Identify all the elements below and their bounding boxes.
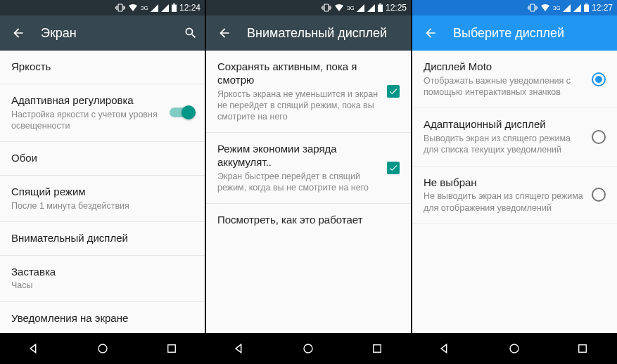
svg-point-26: [304, 344, 312, 353]
svg-rect-22: [584, 5, 589, 13]
status-time: 12:27: [592, 3, 613, 13]
svg-point-24: [98, 344, 107, 353]
status-time: 12:25: [386, 3, 407, 13]
row-label: Уведомления на экране: [11, 312, 188, 325]
svg-rect-14: [378, 5, 383, 13]
search-button[interactable]: [182, 25, 199, 41]
row-brightness[interactable]: Яркость: [0, 51, 205, 84]
adaptive-display-radio[interactable]: [592, 130, 606, 144]
row-adaptive-brightness[interactable]: Адаптивная регулировка Настройка яркости…: [0, 84, 205, 142]
back-button[interactable]: [10, 25, 27, 41]
attentive-list: Сохранять активным, пока я смотрю Яркост…: [206, 51, 411, 333]
row-moto-display[interactable]: Дисплей Moto Отображать важные уведомлен…: [412, 51, 617, 108]
svg-rect-15: [379, 4, 381, 5]
row-label: Дисплей Moto: [424, 60, 583, 74]
row-none-selected[interactable]: Не выбран Не выводить экран из спящего р…: [412, 167, 617, 224]
wifi-icon: [540, 4, 550, 12]
svg-rect-29: [579, 345, 587, 353]
page-title: Выберите дисплей: [453, 26, 611, 41]
svg-rect-8: [324, 4, 329, 11]
nav-recent-button[interactable]: [164, 341, 179, 356]
page-title: Внимательный дисплей: [247, 26, 405, 41]
status-bar: 3G 12:25: [206, 0, 411, 15]
nav-back-button[interactable]: [27, 341, 42, 356]
row-label: Адаптивная регулировка: [11, 94, 164, 108]
display-radio-list: Дисплей Moto Отображать важные уведомлен…: [412, 51, 617, 333]
row-label: Спящий режим: [11, 186, 188, 199]
svg-rect-27: [374, 345, 381, 353]
row-sleep[interactable]: Спящий режим После 1 минута бездействия: [0, 176, 205, 222]
svg-text:3G: 3G: [553, 5, 560, 11]
row-label: Посмотреть, как это работает: [217, 214, 394, 227]
vibrate-icon: [528, 4, 538, 12]
row-see-how[interactable]: Посмотреть, как это работает: [206, 204, 411, 237]
signal-icon-2: [367, 4, 375, 12]
row-label: Сохранять активным, пока я смотрю: [217, 60, 381, 87]
data-icon: 3G: [347, 4, 354, 11]
page-title: Экран: [41, 26, 168, 41]
row-label: Режим экономии заряда аккумулят..: [217, 143, 381, 169]
row-sublabel: После 1 минута бездействия: [11, 200, 188, 212]
row-screen-notifications[interactable]: Уведомления на экране: [0, 302, 205, 334]
screen-select-display: 3G 12:27 Выберите дисплей Дисплей Moto О…: [411, 0, 617, 364]
wifi-icon: [334, 4, 344, 12]
nav-home-button[interactable]: [507, 341, 522, 356]
svg-rect-6: [172, 5, 177, 13]
nav-bar: [205, 333, 411, 364]
svg-rect-16: [530, 4, 535, 11]
row-sublabel: Не выводить экран из спящего режима для …: [424, 190, 583, 214]
screen-display-settings: 3G 12:24 Экран Яркость Адаптивная регули…: [0, 0, 205, 364]
app-bar: Экран: [0, 15, 205, 51]
row-sublabel: Экран быстрее перейдет в спящий режим, к…: [217, 171, 381, 194]
back-button[interactable]: [422, 25, 439, 41]
row-adaptive-display[interactable]: Адаптационный дисплей Выводить экран из …: [412, 108, 617, 166]
signal-icon: [357, 4, 364, 12]
row-label: Внимательный дисплей: [11, 232, 188, 245]
nav-bar: [412, 333, 617, 364]
row-sublabel: Выводить экран из спящего режима для спи…: [424, 133, 583, 156]
status-time: 12:24: [179, 3, 201, 13]
keep-active-checkbox[interactable]: [387, 85, 400, 98]
nav-home-button[interactable]: [95, 341, 110, 356]
svg-rect-7: [173, 4, 175, 5]
data-icon: 3G: [141, 4, 148, 11]
nav-recent-button[interactable]: [369, 341, 385, 356]
signal-icon-2: [573, 4, 581, 12]
signal-icon: [151, 4, 158, 12]
wifi-icon: [128, 4, 138, 12]
row-label: Адаптационный дисплей: [424, 118, 583, 131]
app-bar: Внимательный дисплей: [206, 15, 411, 51]
status-bar: 3G 12:24: [0, 0, 205, 15]
svg-rect-23: [585, 4, 587, 5]
row-wallpaper[interactable]: Обои: [0, 142, 205, 176]
nav-home-button[interactable]: [300, 341, 316, 356]
nav-back-button[interactable]: [232, 341, 248, 356]
back-button[interactable]: [216, 25, 233, 41]
row-daydream[interactable]: Заставка Часы: [0, 256, 205, 302]
svg-text:3G: 3G: [141, 5, 148, 11]
none-radio[interactable]: [592, 188, 606, 202]
battery-saver-checkbox[interactable]: [387, 162, 400, 174]
battery-icon: [584, 4, 589, 12]
navigation-bar-strip: [0, 333, 617, 364]
row-keep-active[interactable]: Сохранять активным, пока я смотрю Яркост…: [206, 51, 411, 133]
svg-text:3G: 3G: [347, 5, 354, 11]
status-bar: 3G 12:27: [412, 0, 617, 15]
app-bar: Выберите дисплей: [412, 15, 617, 51]
signal-icon-2: [161, 4, 169, 12]
adaptive-brightness-toggle[interactable]: [170, 108, 193, 117]
row-sublabel: Часы: [11, 280, 188, 291]
moto-display-radio[interactable]: [592, 72, 606, 86]
row-label: Яркость: [11, 60, 188, 74]
row-sublabel: Яркость экрана не уменьшится и экран не …: [217, 89, 381, 123]
screen-attentive-display: 3G 12:25 Внимательный дисплей Сохранять …: [205, 0, 411, 364]
data-icon: 3G: [553, 4, 560, 11]
svg-rect-25: [167, 345, 175, 353]
row-attentive-display[interactable]: Внимательный дисплей: [0, 222, 205, 256]
nav-back-button[interactable]: [438, 341, 453, 356]
signal-icon: [563, 4, 571, 12]
nav-recent-button[interactable]: [575, 341, 590, 356]
row-sublabel: Настройка яркости с учетом уровня освеще…: [11, 109, 164, 132]
row-battery-saver[interactable]: Режим экономии заряда аккумулят.. Экран …: [206, 133, 411, 204]
battery-icon: [172, 4, 177, 12]
